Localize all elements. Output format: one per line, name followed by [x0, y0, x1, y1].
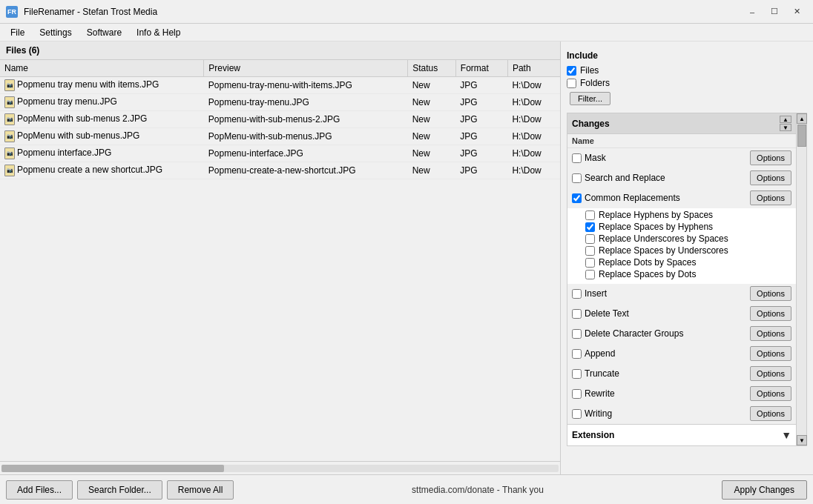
table-row: 📷PopMenu with sub-menus 2.JPG Popmenu-wi…: [0, 111, 560, 128]
truncate-checkbox[interactable]: [572, 369, 582, 379]
delete-text-label: Delete Text: [585, 308, 747, 319]
changes-arrows: ▲ ▼: [780, 116, 791, 131]
mask-checkbox[interactable]: [572, 153, 582, 163]
col-preview[interactable]: Preview: [204, 60, 408, 77]
menu-info-help[interactable]: Info & Help: [129, 24, 188, 41]
apply-changes-button[interactable]: Apply Changes: [722, 480, 807, 500]
files-table: Name Preview Status Format Path 📷Popmenu…: [0, 60, 560, 179]
titlebar-left: FR FileRenamer - Stefan Trost Media: [6, 6, 157, 18]
common-replacements-options-button[interactable]: Options: [750, 190, 791, 205]
col-path[interactable]: Path: [507, 60, 560, 77]
status-text: sttmedia.com/donate - Thank you: [412, 485, 544, 495]
col-name[interactable]: Name: [0, 60, 204, 77]
table-row: 📷PopMenu with sub-menus.JPG PopMenu-with…: [0, 128, 560, 145]
writing-label: Writing: [585, 408, 747, 419]
file-icon: 📷: [4, 96, 15, 108]
writing-options-button[interactable]: Options: [750, 406, 791, 421]
scroll-down-button[interactable]: ▼: [780, 124, 791, 131]
filter-button[interactable]: Filter...: [570, 92, 610, 105]
vscroll-down-button[interactable]: ▼: [797, 435, 807, 445]
file-table[interactable]: Name Preview Status Format Path 📷Popmenu…: [0, 60, 560, 461]
remove-all-button[interactable]: Remove All: [167, 480, 234, 500]
common-replacements-row: Common Replacements Options: [567, 188, 796, 208]
cell-name: 📷PopMenu with sub-menus.JPG: [0, 128, 204, 145]
search-replace-checkbox[interactable]: [572, 173, 582, 183]
scroll-up-button[interactable]: ▲: [780, 116, 791, 123]
delete-char-groups-options-button[interactable]: Options: [750, 326, 791, 341]
titlebar-title: FileRenamer - Stefan Trost Media: [24, 7, 157, 17]
cell-preview: Popmenu-interface.JPG: [204, 145, 408, 162]
truncate-row: Truncate Options: [567, 364, 796, 384]
truncate-options-button[interactable]: Options: [750, 366, 791, 381]
replace-spaces-hyphens-checkbox[interactable]: [585, 222, 595, 232]
files-label: Files: [580, 65, 599, 76]
replace-spaces-dots-row: Replace Spaces by Dots: [585, 269, 791, 279]
append-options-button[interactable]: Options: [750, 346, 791, 361]
file-icon: 📷: [4, 147, 15, 159]
files-checkbox[interactable]: [567, 66, 576, 76]
cell-status: New: [408, 145, 456, 162]
cell-path: H:\Dow: [507, 94, 560, 111]
search-folder-button[interactable]: Search Folder...: [77, 480, 162, 500]
extension-section: Extension ▼: [567, 424, 796, 445]
delete-text-options-button[interactable]: Options: [750, 306, 791, 321]
replace-hyphens-spaces-label: Replace Hyphens by Spaces: [599, 210, 713, 220]
changes-columns: Name: [567, 134, 796, 148]
col-name-label: Name: [572, 136, 791, 145]
append-checkbox[interactable]: [572, 349, 582, 359]
cell-path: H:\Dow: [507, 111, 560, 128]
rewrite-checkbox[interactable]: [572, 389, 582, 399]
insert-checkbox[interactable]: [572, 289, 582, 299]
changes-scrollbar: ▲ ▼: [796, 113, 806, 445]
main-content: Files (6) Name Preview Status Format Pat…: [0, 42, 813, 474]
insert-options-button[interactable]: Options: [750, 286, 791, 301]
folders-checkbox[interactable]: [567, 79, 576, 88]
menu-file[interactable]: File: [3, 24, 32, 41]
mask-options-button[interactable]: Options: [750, 150, 791, 165]
menu-settings[interactable]: Settings: [32, 24, 79, 41]
minimize-button[interactable]: –: [742, 4, 763, 20]
files-header: Files (6): [0, 42, 560, 60]
maximize-button[interactable]: ☐: [764, 4, 785, 20]
close-button[interactable]: ✕: [786, 4, 807, 20]
folders-label: Folders: [580, 78, 610, 88]
left-panel: Files (6) Name Preview Status Format Pat…: [0, 42, 561, 474]
menu-software[interactable]: Software: [79, 24, 129, 41]
replace-underscores-spaces-checkbox[interactable]: [585, 234, 595, 244]
rewrite-options-button[interactable]: Options: [750, 386, 791, 401]
delete-text-checkbox[interactable]: [572, 309, 582, 319]
vscroll-track: [797, 124, 806, 435]
cell-preview: Popmenu-tray-menu.JPG: [204, 94, 408, 111]
bottom-bar: Add Files... Search Folder... Remove All…: [0, 474, 813, 504]
rewrite-row: Rewrite Options: [567, 384, 796, 404]
col-status[interactable]: Status: [408, 60, 456, 77]
writing-checkbox[interactable]: [572, 409, 582, 419]
col-format[interactable]: Format: [455, 60, 507, 77]
bottom-left: Add Files... Search Folder... Remove All: [6, 480, 234, 500]
right-panel-content: Include Files Folders Filter... Changes: [561, 42, 813, 474]
search-replace-options-button[interactable]: Options: [750, 170, 791, 185]
replace-dots-spaces-checkbox[interactable]: [585, 258, 595, 268]
common-replacements-checkbox[interactable]: [572, 193, 582, 203]
cell-preview: PopMenu-with-sub-menus.JPG: [204, 128, 408, 145]
search-replace-row: Search and Replace Options: [567, 168, 796, 188]
cell-format: JPG: [455, 111, 507, 128]
replace-spaces-dots-checkbox[interactable]: [585, 270, 595, 279]
extension-expand-icon[interactable]: ▼: [781, 429, 791, 441]
cell-name: 📷PopMenu with sub-menus 2.JPG: [0, 111, 204, 128]
replace-hyphens-spaces-checkbox[interactable]: [585, 210, 595, 220]
cell-preview: Popmenu-with-sub-menus-2.JPG: [204, 111, 408, 128]
replace-spaces-underscores-checkbox[interactable]: [585, 246, 595, 256]
cell-format: JPG: [455, 77, 507, 94]
delete-char-groups-checkbox[interactable]: [572, 329, 582, 339]
sub-checkboxes: Replace Hyphens by Spaces Replace Spaces…: [567, 208, 796, 284]
cell-format: JPG: [455, 94, 507, 111]
rewrite-label: Rewrite: [585, 388, 747, 399]
add-files-button[interactable]: Add Files...: [6, 480, 73, 500]
horizontal-scrollbar[interactable]: [0, 461, 560, 474]
vscroll-thumb: [797, 125, 806, 147]
cell-path: H:\Dow: [507, 145, 560, 162]
replace-spaces-underscores-row: Replace Spaces by Underscores: [585, 245, 791, 256]
vscroll-up-button[interactable]: ▲: [797, 113, 807, 124]
cell-name: 📷Popmenu interface.JPG: [0, 145, 204, 162]
